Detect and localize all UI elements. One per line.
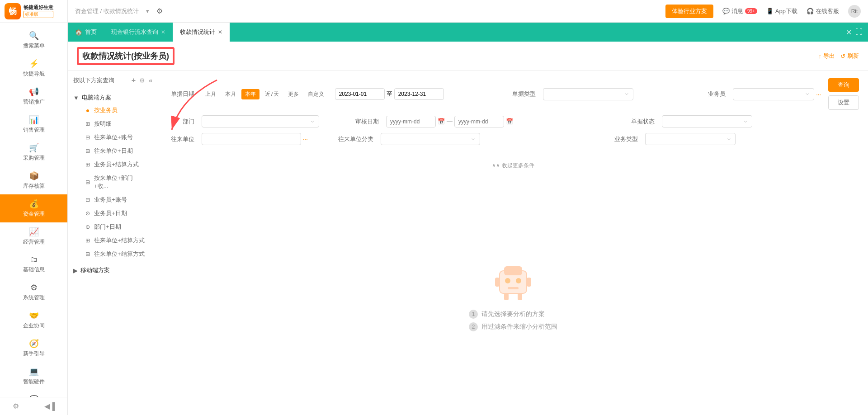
scheme-item-salesman-settlement[interactable]: ⊞ 业务员+结算方式: [73, 158, 152, 171]
sidebar-item-finance[interactable]: 💰 资金管理: [0, 194, 67, 222]
partner-classify-select[interactable]: [381, 133, 480, 145]
scheme-item-unit-date[interactable]: ⊟ 往来单位+日期: [73, 144, 152, 158]
calendar-icon-1[interactable]: 📅: [438, 118, 445, 125]
sidebar-item-purchase[interactable]: 🛒 采购管理: [0, 138, 67, 166]
date-from-input[interactable]: [335, 88, 385, 100]
page-actions: ↑ 导出 ↺ 刷新: [819, 52, 859, 60]
scheme-item-dept-date[interactable]: ⊙ 部门+日期: [73, 220, 152, 234]
svg-rect-8: [518, 293, 522, 300]
sidebar-item-sales[interactable]: 📊 销售管理: [0, 110, 67, 138]
sidebar-item-wechat[interactable]: 💬 企业微信: [0, 390, 67, 397]
date-tag-this-month[interactable]: 本月: [222, 89, 240, 99]
svg-rect-7: [504, 293, 509, 300]
hardware-icon: 💻: [29, 367, 39, 377]
dropdown-icon[interactable]: ▾: [146, 8, 149, 14]
review-date-from[interactable]: [386, 116, 436, 127]
date-tag-7days[interactable]: 近7天: [261, 89, 283, 99]
scheme-item-salesman-account[interactable]: ⊟ 业务员+账号: [73, 193, 152, 207]
app-download-btn[interactable]: 📱 App下载: [766, 7, 797, 15]
scheme-group-mobile-title[interactable]: ▶ 移动端方案: [73, 264, 152, 276]
message-label: 消息: [731, 7, 743, 15]
tab-bank[interactable]: 现金银行流水查询 ✕: [104, 23, 173, 42]
basic-icon: 🗂: [30, 255, 38, 264]
sidebar-item-label: 系统管理: [23, 294, 45, 302]
query-button[interactable]: 查询: [828, 78, 859, 92]
scheme-item-label: 部门+日期: [94, 223, 121, 231]
settings-button[interactable]: 设置: [828, 95, 859, 110]
sidebar-item-hardware[interactable]: 💻 智能硬件: [0, 362, 67, 390]
online-service-label: 在线客服: [816, 7, 839, 15]
scheme-item-unit-settlement2[interactable]: ⊞ 往来单位+结算方式: [73, 234, 152, 247]
scheme-item-detail[interactable]: ⊞ 按明细: [73, 117, 152, 131]
export-btn[interactable]: ↑ 导出: [819, 52, 835, 60]
tab-collection-label: 收款情况统计: [180, 28, 215, 36]
tab-close-all-icon[interactable]: ✕: [846, 28, 852, 37]
panel-header: 按以下方案查询 + ⚙ «: [68, 71, 158, 88]
tab-maximize-icon[interactable]: ⛶: [855, 28, 863, 36]
collapse-bar[interactable]: ∧∧ 收起更多条件: [158, 158, 868, 173]
scheme-item-unit-settlement3[interactable]: ⊟ 往来单位+结算方式: [73, 247, 152, 261]
panel-header-label: 按以下方案查询: [73, 76, 114, 85]
scheme-item-unit-account[interactable]: ⊟ 往来单位+账号: [73, 131, 152, 144]
svg-point-2: [505, 278, 510, 283]
sidebar-item-guide[interactable]: 🧭 新手引导: [0, 334, 67, 362]
scheme-group-desktop-title[interactable]: ▼ 电脑端方案: [73, 92, 152, 104]
settings-icon[interactable]: ⚙: [156, 7, 163, 15]
expand-icon: ▼: [73, 94, 79, 101]
sidebar-item-search[interactable]: 🔍 搜索菜单: [0, 26, 67, 54]
scheme-item-label: 往来单位+结算方式: [94, 236, 145, 245]
sidebar-item-marketing[interactable]: 📢 营销推广: [0, 82, 67, 110]
date-tag-last-month[interactable]: 上月: [202, 89, 220, 99]
message-btn[interactable]: 💬 消息 99+: [722, 7, 757, 15]
sidebar-item-label: 基础信息: [23, 266, 45, 274]
download-icon: 📱: [766, 8, 774, 14]
sidebar-item-inventory[interactable]: 📦 库存核算: [0, 166, 67, 194]
sidebar-item-label: 智能硬件: [23, 378, 45, 386]
add-scheme-icon[interactable]: +: [132, 76, 136, 85]
scheme-settings-icon[interactable]: ⚙: [139, 77, 145, 84]
svg-rect-5: [495, 278, 500, 287]
salesman-select[interactable]: [733, 88, 814, 100]
tab-collection-close[interactable]: ✕: [218, 29, 222, 35]
tip-num-2: 2: [469, 322, 478, 331]
user-avatar[interactable]: Rit: [848, 5, 861, 18]
tab-home[interactable]: 🏠 首页: [68, 23, 104, 42]
sidebar-item-enterprise[interactable]: 🤝 企业协同: [0, 306, 67, 334]
scheme-item-label: 往来单位+账号: [94, 133, 133, 141]
partner-input[interactable]: [202, 133, 301, 145]
sidebar-item-quicknav[interactable]: ⚡ 快捷导航: [0, 54, 67, 82]
date-to-input[interactable]: [394, 88, 444, 100]
date-tag-more[interactable]: 更多: [284, 89, 302, 99]
empty-state: 1 请先选择要分析的方案 2 用过滤条件来缩小分析范围: [158, 173, 868, 415]
online-service-btn[interactable]: 🎧 在线客服: [807, 7, 839, 15]
sidebar-item-label: 搜索菜单: [23, 42, 45, 50]
biz-type-select[interactable]: [645, 133, 736, 145]
date-tag-this-year[interactable]: 本年: [241, 89, 259, 99]
sidebar-item-system[interactable]: ⚙ 系统管理: [0, 278, 67, 306]
dept-select[interactable]: [202, 115, 319, 127]
review-date-label: 审核日期: [352, 118, 379, 126]
partner-more-icon[interactable]: ···: [303, 136, 308, 142]
tab-bank-close[interactable]: ✕: [161, 29, 165, 35]
date-tag-custom[interactable]: 自定义: [304, 89, 328, 99]
collapse-sidebar-icon[interactable]: ◀▐: [44, 402, 55, 410]
scheme-item-label: 按明细: [94, 120, 112, 128]
scheme-section-desktop: ▼ 电脑端方案 ● 按业务员 ⊞ 按明细 ⊟ 往: [68, 88, 158, 280]
bill-status-select[interactable]: [662, 115, 752, 127]
sidebar-item-operation[interactable]: 📈 经营管理: [0, 222, 67, 250]
trial-btn[interactable]: 体验行业方案: [665, 5, 713, 18]
bill-type-select[interactable]: [543, 88, 633, 100]
tab-collection[interactable]: 收款情况统计 ✕: [173, 23, 230, 42]
scheme-item-salesman-date[interactable]: ⊙ 业务员+日期: [73, 207, 152, 220]
salesman-more-icon[interactable]: ···: [816, 91, 821, 98]
calendar-icon-2[interactable]: 📅: [506, 118, 513, 125]
filter-row-1: 单据日期 上月 本月 本年 近7天 更多 自定义 至: [167, 78, 859, 110]
sidebar-item-basic[interactable]: 🗂 基础信息: [0, 250, 67, 278]
home-icon: 🏠: [75, 29, 82, 36]
refresh-btn[interactable]: ↺ 刷新: [840, 52, 859, 60]
review-date-to[interactable]: [454, 116, 504, 127]
panel-collapse-icon[interactable]: «: [149, 77, 152, 84]
scheme-item-salesman[interactable]: ● 按业务员: [73, 104, 152, 117]
settings-bottom-icon[interactable]: ⚙: [13, 402, 19, 410]
scheme-item-unit-dept[interactable]: ⊟ 按来单位+部门+收...: [73, 171, 152, 193]
